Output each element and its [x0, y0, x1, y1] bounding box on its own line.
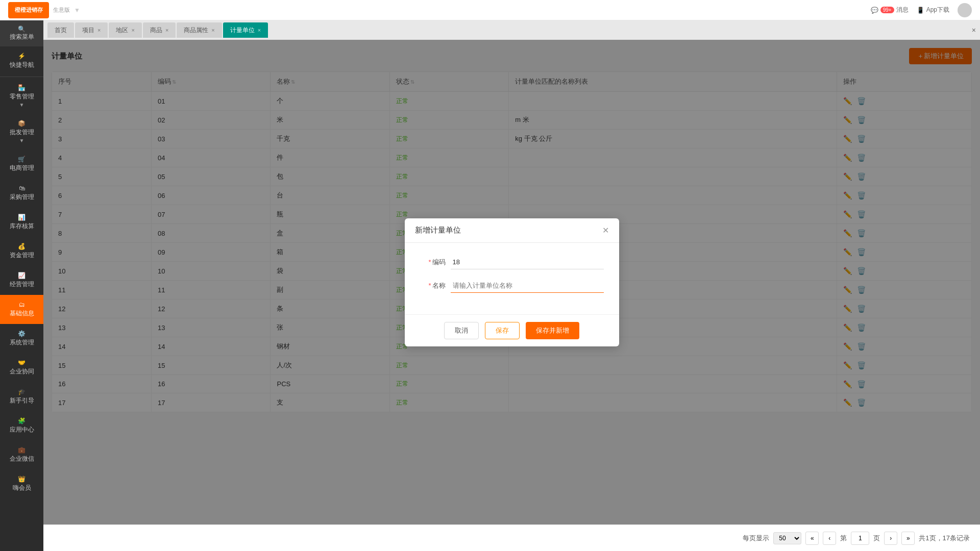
tab-product-attr[interactable]: 商品属性 ×: [177, 22, 222, 38]
wholesale-icon: 📦: [18, 120, 26, 127]
sidebar-item-label: 企业微信: [10, 455, 34, 463]
modal-overlay: 新增计量单位 ✕ *编码 *名称: [43, 40, 980, 524]
sidebar-item-label: 采购管理: [10, 193, 34, 202]
logo: 橙橙进销存: [8, 2, 49, 18]
add-unit-modal: 新增计量单位 ✕ *编码 *名称: [405, 218, 619, 346]
last-page-btn[interactable]: »: [901, 532, 915, 545]
message-label: 消息: [896, 6, 909, 14]
message-btn[interactable]: 💬 99+ 消息: [871, 6, 909, 14]
page-size-label: 每页显示: [743, 534, 769, 543]
page-suffix-label: 页: [873, 534, 880, 543]
sidebar: 🔍 搜索菜单 ⚡ 快捷导航 🏪 零售管理 ▼ 📦 批发管理 ▼ 🛒 电商管理 🛍…: [0, 20, 43, 551]
pagination-bar: 每页显示 50 20 100 « ‹ 第 页 › » 共1页，17条记录: [43, 524, 980, 551]
first-page-btn[interactable]: «: [805, 532, 819, 545]
required-mark: *: [428, 282, 431, 289]
page-number-input[interactable]: [851, 532, 869, 545]
main-layout: 🔍 搜索菜单 ⚡ 快捷导航 🏪 零售管理 ▼ 📦 批发管理 ▼ 🛒 电商管理 🛍…: [0, 20, 980, 551]
code-input[interactable]: [451, 255, 604, 269]
sidebar-item-label: 应用中心: [10, 425, 34, 434]
page-prefix-label: 第: [840, 534, 847, 543]
retail-icon: 🏪: [18, 84, 26, 91]
nav-icon: ⚡: [18, 53, 26, 60]
logo-text: 橙橙进销存: [15, 6, 43, 14]
code-label-text: 编码: [432, 258, 446, 266]
sidebar-item-inventory[interactable]: 📊 库存核算: [0, 208, 43, 237]
tab-label: 商品: [150, 26, 162, 35]
total-label: 共1页，17条记录: [919, 534, 970, 543]
save-and-new-button[interactable]: 保存并新增: [526, 322, 579, 339]
save-button[interactable]: 保存: [485, 322, 520, 339]
modal-close-button[interactable]: ✕: [602, 226, 609, 235]
cancel-button[interactable]: 取消: [444, 322, 479, 339]
tab-unit[interactable]: 计量单位 ×: [223, 22, 268, 38]
sidebar-item-wholesale[interactable]: 📦 批发管理 ▼: [0, 114, 43, 149]
sidebar-item-nav[interactable]: ⚡ 快捷导航: [0, 46, 43, 76]
message-icon: 💬: [871, 7, 878, 14]
tab-label: 地区: [116, 26, 128, 35]
sidebar-item-label: 电商管理: [10, 164, 34, 172]
close-tab-icon[interactable]: ×: [258, 27, 261, 33]
page-content: 计量单位 ＋新增计量单位 序号 编码⇅ 名称⇅ 状态⇅ 计量单位匹配的名称列表 …: [43, 40, 980, 524]
tab-home[interactable]: 首页: [47, 22, 74, 38]
sidebar-item-label: 快捷导航: [10, 61, 34, 69]
avatar[interactable]: [958, 3, 972, 17]
sidebar-item-retail[interactable]: 🏪 零售管理 ▼: [0, 78, 43, 114]
sidebar-item-partner[interactable]: 🤝 企业协同: [0, 353, 43, 382]
name-label: *名称: [420, 281, 446, 290]
sidebar-item-label: 新手引导: [10, 396, 34, 405]
prev-page-btn[interactable]: ‹: [823, 532, 836, 545]
sidebar-item-ecommerce[interactable]: 🛒 电商管理: [0, 149, 43, 179]
operations-icon: 📈: [18, 272, 26, 279]
modal-footer: 取消 保存 保存并新增: [405, 314, 619, 346]
app-icon: 📱: [917, 7, 924, 14]
next-page-btn[interactable]: ›: [884, 532, 897, 545]
tab-product[interactable]: 商品 ×: [143, 22, 176, 38]
sidebar-item-system[interactable]: ⚙️ 系统管理: [0, 324, 43, 353]
close-tab-icon[interactable]: ×: [165, 27, 168, 33]
sidebar-item-enterprise[interactable]: 💼 企业微信: [0, 440, 43, 469]
app-label: App下载: [926, 6, 949, 14]
sidebar-item-purchase[interactable]: 🛍 采购管理: [0, 179, 43, 208]
sidebar-item-finance[interactable]: 💰 资金管理: [0, 237, 43, 266]
sidebar-item-operations[interactable]: 📈 经营管理: [0, 266, 43, 295]
inventory-icon: 📊: [18, 214, 26, 221]
sidebar-item-newbie[interactable]: 🎓 新手引导: [0, 382, 43, 411]
sidebar-item-label: 批发管理: [10, 128, 34, 137]
tab-label: 商品属性: [184, 26, 208, 35]
search-label: 搜索菜单: [10, 33, 34, 40]
enterprise-icon: 💼: [18, 446, 26, 454]
name-input[interactable]: [451, 279, 604, 293]
sidebar-item-label: 系统管理: [10, 338, 34, 347]
close-tab-icon[interactable]: ×: [131, 27, 134, 33]
sidebar-item-appcenter[interactable]: 🧩 应用中心: [0, 411, 43, 440]
search-icon: 🔍: [18, 26, 26, 33]
sidebar-item-base[interactable]: 🗂 基础信息: [0, 295, 43, 324]
form-row-name: *名称: [420, 279, 604, 293]
close-tab-icon[interactable]: ×: [97, 27, 101, 33]
version-label: 生意版: [53, 6, 70, 14]
system-icon: ⚙️: [18, 330, 26, 337]
page-size-select[interactable]: 50 20 100: [773, 532, 801, 544]
sidebar-item-member[interactable]: 👑 嗨会员: [0, 469, 43, 498]
header-right: 💬 99+ 消息 📱 App下载: [871, 3, 972, 17]
close-tab-icon[interactable]: ×: [211, 27, 214, 33]
form-row-code: *编码: [420, 255, 604, 269]
sidebar-item-label: 经营管理: [10, 280, 34, 289]
tab-label: 计量单位: [230, 26, 255, 35]
sidebar-search[interactable]: 🔍 搜索菜单: [0, 20, 43, 46]
tab-project[interactable]: 项目 ×: [75, 22, 108, 38]
tab-label: 首页: [55, 26, 67, 35]
dropdown-arrow[interactable]: ▼: [74, 7, 80, 14]
content-area: 首页 项目 × 地区 × 商品 × 商品属性 × 计量单位 × ×: [43, 20, 980, 551]
close-all-tabs-btn[interactable]: ×: [972, 26, 976, 34]
app-download-btn[interactable]: 📱 App下载: [917, 6, 949, 14]
sidebar-item-label: 资金管理: [10, 251, 34, 260]
top-header: 橙橙进销存 生意版 ▼ 💬 99+ 消息 📱 App下载: [0, 0, 980, 20]
chevron-down-icon: ▼: [19, 138, 24, 143]
code-label: *编码: [420, 258, 446, 267]
tab-area[interactable]: 地区 ×: [109, 22, 141, 38]
modal-body: *编码 *名称: [405, 243, 619, 314]
ecommerce-icon: 🛒: [18, 156, 26, 163]
required-mark: *: [428, 258, 431, 266]
tabs-bar: 首页 项目 × 地区 × 商品 × 商品属性 × 计量单位 × ×: [43, 20, 980, 40]
